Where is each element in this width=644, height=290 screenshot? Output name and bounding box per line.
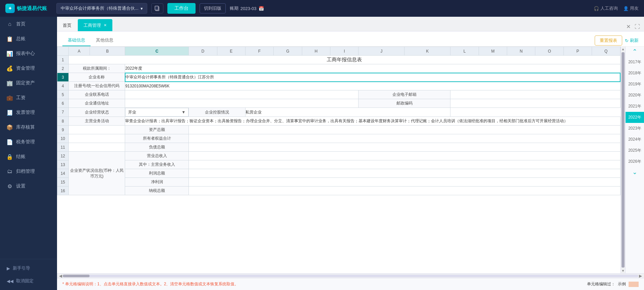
col-header-q[interactable]: Q [592, 47, 620, 56]
cell-r12-value[interactable] [189, 152, 620, 160]
cell-r16-value[interactable] [189, 187, 620, 195]
col-header-d[interactable]: D [189, 47, 217, 56]
col-header-l[interactable]: L [450, 47, 479, 56]
row-num-9: 9 [57, 126, 69, 134]
sub-tab-basic[interactable]: 基础信息 [62, 35, 91, 46]
scroll-down-arrow[interactable]: ▼ [621, 268, 625, 273]
scroll-up-arrow[interactable]: ▲ [621, 47, 625, 52]
switch-version-button[interactable]: 切到旧版 [200, 3, 226, 13]
company-name: 中审众环会计师事务所（特殊普通合伙... [61, 5, 139, 11]
col-header-i[interactable]: I [330, 47, 358, 56]
workbench-button[interactable]: 工作台 [167, 3, 196, 14]
col-header-j[interactable]: J [359, 47, 405, 56]
sidebar-item-newbie[interactable]: ▶ 新手引导 [0, 262, 57, 275]
scroll-right-arrow[interactable]: ▶ [638, 274, 643, 278]
cell-r3-value[interactable]: 中审众环会计师事务所（特殊普通合伙）江苏分所 [125, 73, 620, 82]
year-item-2020年[interactable]: 2020年 [626, 90, 644, 101]
sidebar-item-unpin[interactable]: ◀◀ 取消固定 [0, 275, 57, 287]
col-header-c[interactable]: C [125, 47, 189, 56]
row-num-1: 1 [57, 56, 69, 64]
sidebar-item-close[interactable]: 🔒 结账 [0, 149, 57, 164]
cell-example-label: 示例 [618, 281, 626, 287]
year-up-arrow[interactable]: ⌃ [626, 47, 644, 57]
tab-bizreg[interactable]: 工商管理 ✕ [78, 19, 112, 31]
cell-r9-value[interactable] [189, 126, 620, 134]
year-item-2022年[interactable]: 2022年 [626, 112, 644, 123]
tab-bizreg-label: 工商管理 [84, 22, 101, 28]
cell-r7-value2[interactable]: 私营企业 [245, 108, 450, 117]
cell-r5-value2[interactable] [450, 90, 620, 99]
cell-r7-label: 企业经营状态 [68, 108, 125, 117]
col-header-p[interactable]: P [564, 47, 592, 56]
year-item-2024年[interactable]: 2024年 [626, 134, 644, 145]
refresh-button[interactable]: ↻ 刷新 [625, 38, 639, 44]
cell-r15-value[interactable] [189, 178, 620, 187]
reset-report-button[interactable]: 重置报表 [595, 35, 622, 46]
sidebar-item-invoice[interactable]: 🧾 发票管理 [0, 105, 57, 120]
sidebar-label-home: 首页 [16, 21, 25, 27]
col-header-f[interactable]: F [245, 47, 273, 56]
cell-r8-label: 主营业务活动 [68, 117, 125, 126]
sidebar-item-reports[interactable]: 📊 报表中心 [0, 46, 57, 61]
year-item-2025年[interactable]: 2025年 [626, 145, 644, 156]
sidebar-item-tax[interactable]: 📄 税务管理 [0, 135, 57, 149]
customer-service[interactable]: 🎧 人工咨询 [594, 5, 618, 11]
cell-r8-value[interactable]: 审查企业会计报表；出具审计报告；验证企业资本；出具验资报告；办理企业合并、分立、… [125, 117, 620, 126]
col-header-o[interactable]: O [535, 47, 564, 56]
col-header-b[interactable]: B [90, 47, 125, 56]
sidebar-item-inventory[interactable]: 📦 库存核算 [0, 120, 57, 135]
year-item-2021年[interactable]: 2021年 [626, 101, 644, 112]
year-item-2017年[interactable]: 2017年 [626, 57, 644, 68]
year-item-2019年[interactable]: 2019年 [626, 79, 644, 90]
cell-r3-label: 企业名称 [68, 73, 125, 82]
col-header-m[interactable]: M [479, 47, 507, 56]
year-item-2023年[interactable]: 2023年 [626, 123, 644, 134]
company-selector[interactable]: 中审众环会计师事务所（特殊普通合伙... ▾ [56, 3, 147, 14]
col-header-g[interactable]: G [274, 47, 302, 56]
sidebar-item-ledger[interactable]: 📋 总账 [0, 31, 57, 46]
cell-r2-value[interactable]: 2022年度 [125, 64, 620, 73]
cell-r6-value2[interactable] [450, 99, 620, 108]
col-header-n[interactable]: N [507, 47, 535, 56]
sidebar-item-home[interactable]: ⌂ 首页 [0, 17, 57, 31]
chevron-down-icon: ▾ [141, 6, 143, 11]
spreadsheet-scroll[interactable]: A B C D E F G H I J K L [57, 47, 621, 273]
year-panel: ⌃ 2017年2018年2019年2020年2021年2022年2023年202… [625, 47, 644, 273]
horizontal-scrollbar[interactable]: ◀ ▶ [57, 273, 644, 278]
col-header-k[interactable]: K [405, 47, 450, 56]
year-list: 2017年2018年2019年2020年2021年2022年2023年2024年… [626, 57, 644, 167]
sub-tab-other[interactable]: 其他信息 [91, 35, 119, 46]
scroll-left-arrow[interactable]: ◀ [58, 274, 63, 278]
cell-r6-value[interactable] [125, 99, 359, 108]
cell-r11-value[interactable] [189, 143, 620, 152]
sidebar-item-archive[interactable]: 🗂 归档管理 [0, 164, 57, 179]
cell-r14-value[interactable] [189, 169, 620, 178]
tab-close-icon[interactable]: ✕ [104, 23, 107, 27]
cell-r4-value[interactable]: 91320100MA208E5W6K [125, 82, 620, 90]
year-down-arrow[interactable]: ⌄ [626, 167, 644, 177]
spreadsheet-table: A B C D E F G H I J K L [57, 47, 621, 195]
col-header-e[interactable]: E [217, 47, 245, 56]
cell-r13-value[interactable] [189, 160, 620, 169]
sidebar-item-settings[interactable]: ⚙ 设置 [0, 179, 57, 194]
tab-home[interactable]: 首页 [57, 19, 77, 31]
svg-rect-1 [155, 6, 158, 10]
sidebar-item-payroll[interactable]: 💼 工资 [0, 90, 57, 105]
sidebar-item-assets[interactable]: 🏢 固定资产 [0, 76, 57, 90]
cell-r5-value[interactable] [125, 90, 359, 99]
col-header-a[interactable]: A [68, 47, 90, 56]
vertical-scrollbar[interactable]: ▲ ▼ [621, 47, 625, 273]
sidebar-item-finance[interactable]: 💰 资金管理 [0, 61, 57, 76]
year-item-2026年[interactable]: 2026年 [626, 156, 644, 167]
cell-edit-note: * 单元格编辑说明：1、点击单元格直接录入数值或文本。2、清空单元格数值或文本恢… [62, 281, 238, 287]
col-header-h[interactable]: H [302, 47, 330, 56]
copy-button[interactable] [151, 3, 163, 13]
maximize-window-button[interactable]: ⛶ [633, 22, 641, 31]
cell-r7-value[interactable]: 开业▼ [125, 108, 189, 117]
year-item-2018年[interactable]: 2018年 [626, 68, 644, 79]
cell-title[interactable]: 工商年报信息表 [68, 56, 620, 64]
close-window-button[interactable]: ✕ [625, 22, 632, 31]
user-menu[interactable]: 👤 用友 [623, 5, 639, 11]
calendar-icon[interactable]: 📅 [259, 6, 264, 11]
cell-r10-value[interactable] [189, 134, 620, 143]
